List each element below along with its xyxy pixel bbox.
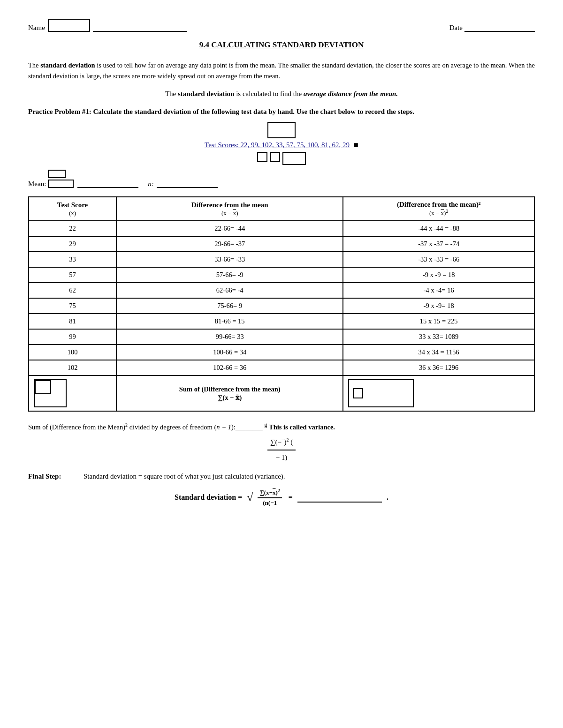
table-sum-row: Sum of (Difference from the mean) ∑(x − …	[29, 375, 534, 411]
bottom-shapes	[34, 379, 111, 407]
answer-line	[297, 492, 382, 503]
name-box[interactable]	[48, 19, 90, 32]
mean-label: Mean:	[28, 180, 46, 188]
std-dev-formula: Standard deviation = √ ∑(x−x)2 (n(−1 = .	[28, 488, 535, 507]
n-underline	[157, 179, 218, 188]
table-row: 102 102-66 = 36 36 x 36= 1296	[29, 360, 534, 375]
std-fraction-den: (n(−1	[261, 498, 279, 507]
diff-cell: 33-66= -33	[116, 252, 343, 267]
sqrt-symbol: √	[247, 492, 253, 503]
diffsq-cell: -44 x -44 = -88	[343, 221, 534, 236]
col1-header: Test Score (x)	[29, 197, 116, 221]
std-fraction: ∑(x−x)2 (n(−1	[258, 488, 282, 507]
variance-note: g	[264, 421, 267, 428]
intro-text: The standard deviation is used to tell h…	[28, 61, 535, 80]
practice-text: Practice Problem #1: Calculate the stand…	[28, 108, 414, 115]
diffsq-cell: 33 x 33= 1089	[343, 329, 534, 345]
table-row: 62 62-66= -4 -4 x -4= 16	[29, 283, 534, 298]
br-inner-box	[353, 388, 363, 398]
col3-sub: (x − x)2	[429, 210, 449, 217]
variance-note-text: This is called variance.	[269, 423, 335, 431]
diffsq-cell: -9 x -9 = 18	[343, 267, 534, 283]
table-row: 99 99-66= 33 33 x 33= 1089	[29, 329, 534, 345]
diff-cell: 102-66 = 36	[116, 360, 343, 375]
bottom-left-cell	[29, 375, 116, 411]
variance-section: Sum of (Difference from the Mean)2 divid…	[28, 420, 535, 464]
date-line	[464, 23, 535, 32]
col1-sub: (x)	[69, 210, 76, 217]
small-box-3[interactable]	[282, 152, 306, 165]
final-step-row: Final Step: Standard deviation = square …	[28, 473, 535, 480]
center-line: The standard deviation is calculated to …	[28, 90, 535, 98]
score-cell: 100	[29, 345, 116, 360]
diffsq-cell: -4 x -4= 16	[343, 283, 534, 298]
diff-cell: 99-66= 33	[116, 329, 343, 345]
table-row: 29 29-66= -37 -37 x -37 = -74	[29, 236, 534, 252]
score-cell: 99	[29, 329, 116, 345]
table-header-row: Test Score (x) Difference from the mean …	[29, 197, 534, 221]
mean-top-box[interactable]	[48, 170, 66, 178]
mean-underline	[77, 179, 138, 188]
diff-cell: 100-66 = 34	[116, 345, 343, 360]
name-field: Name	[28, 19, 187, 32]
score-cell: 75	[29, 298, 116, 314]
table-row: 22 22-66= -44 -44 x -44 = -88	[29, 221, 534, 236]
final-step-text: Standard deviation = square root of what…	[84, 473, 285, 480]
table-row: 57 57-66= -9 -9 x -9 = 18	[29, 267, 534, 283]
diffsq-cell: -33 x -33 = -66	[343, 252, 534, 267]
score-cell: 62	[29, 283, 116, 298]
diff-cell: 22-66= -44	[116, 221, 343, 236]
diffsq-cell: 34 x 34 = 1156	[343, 345, 534, 360]
small-box-2[interactable]	[270, 152, 280, 162]
score-cell: 29	[29, 236, 116, 252]
mean-box-pair	[48, 170, 74, 188]
scores-bullet: ■	[353, 140, 358, 150]
n-group: n:	[148, 179, 218, 188]
variance-num: ∑(−−)2 (	[267, 436, 296, 450]
diff-cell: 29-66= -37	[116, 236, 343, 252]
n-label: n:	[148, 180, 154, 188]
final-step-section: Final Step: Standard deviation = square …	[28, 473, 535, 507]
std-formula-label: Standard deviation =	[175, 493, 242, 502]
b-inner-box	[35, 380, 51, 394]
col2-sub: (x − x)	[221, 210, 238, 217]
diff-cell: 62-66= -4	[116, 283, 343, 298]
small-box-1[interactable]	[257, 152, 267, 162]
scores-text: Test Scores: 22, 99, 102, 33, 57, 75, 10…	[205, 141, 350, 149]
equals-sign: =	[287, 493, 293, 502]
name-line	[93, 23, 187, 32]
practice-label: Practice Problem #1: Calculate the stand…	[28, 106, 535, 117]
diffsq-cell: 15 x 15 = 225	[343, 314, 534, 329]
variance-formula: ∑(−−)2 ( − 1)	[28, 436, 535, 464]
score-cell: 81	[29, 314, 116, 329]
score-cell: 22	[29, 221, 116, 236]
table-row: 81 81-66 = 15 15 x 15 = 225	[29, 314, 534, 329]
diff-cell: 75-66= 9	[116, 298, 343, 314]
intro-paragraph: The standard deviation is used to tell h…	[28, 60, 535, 82]
mean-label-group: Mean:	[28, 170, 138, 188]
scores-top-box[interactable]	[267, 122, 296, 138]
variance-text: Sum of (Difference from the Mean)2 divid…	[28, 420, 535, 433]
col2-header: Difference from the mean (x − x)	[116, 197, 343, 221]
small-boxes-row	[257, 152, 306, 165]
diffsq-cell: 36 x 36= 1296	[343, 360, 534, 375]
page-title: 9.4 Calculating Standard Deviation	[28, 40, 535, 50]
sum-col2-label: Sum of (Difference from the mean)	[179, 385, 281, 393]
diff-cell: 57-66= -9	[116, 267, 343, 283]
mean-n-row: Mean: n:	[28, 170, 535, 188]
variance-den: − 1)	[273, 450, 290, 464]
score-cell: 102	[29, 360, 116, 375]
date-label: Date	[449, 24, 463, 32]
scores-line-row: Test Scores: 22, 99, 102, 33, 57, 75, 10…	[205, 140, 358, 150]
period: .	[387, 493, 388, 502]
std-fraction-num: ∑(x−x)2	[258, 488, 282, 498]
score-cell: 33	[29, 252, 116, 267]
final-step-label: Final Step:	[28, 473, 75, 480]
diffsq-cell: -9 x -9= 18	[343, 298, 534, 314]
date-field: Date	[449, 23, 535, 32]
table-row: 100 100-66 = 34 34 x 34 = 1156	[29, 345, 534, 360]
mean-bottom-box[interactable]	[48, 180, 74, 188]
data-table: Test Score (x) Difference from the mean …	[28, 196, 535, 412]
table-row: 33 33-66= -33 -33 x -33 = -66	[29, 252, 534, 267]
col3-header: (Difference from the mean)² (x − x)2	[343, 197, 534, 221]
